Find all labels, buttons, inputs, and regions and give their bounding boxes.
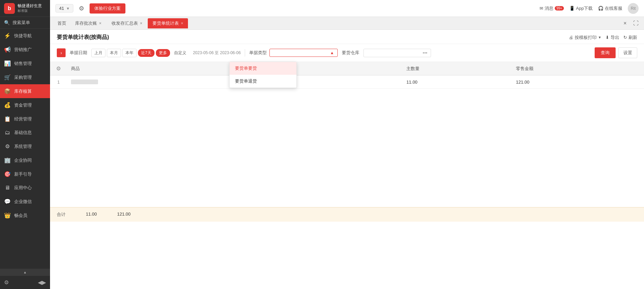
sidebar-item-enterprise[interactable]: 🏢 企业协同 bbox=[0, 153, 50, 167]
trial-button[interactable]: 体验行业方案 bbox=[90, 3, 125, 14]
sidebar: b 畅捷通好生意 标准版 🔍 搜索菜单 ⚡ 快捷导航 📢 营销推广 📊 销售管理… bbox=[0, 0, 50, 289]
sidebar-item-sales[interactable]: 📊 销售管理 bbox=[0, 57, 50, 70]
table-settings-icon[interactable]: ⚙ bbox=[56, 66, 61, 71]
date-btn-this-month[interactable]: 本月 bbox=[107, 49, 121, 57]
sidebar-item-app-center[interactable]: 🖥 应用中心 bbox=[0, 181, 50, 195]
sidebar-search-label: 搜索菜单 bbox=[13, 20, 30, 26]
sidebar-item-label: 快捷导航 bbox=[14, 33, 32, 39]
sidebar-item-label: 系统管理 bbox=[14, 143, 32, 150]
date-filter-label: 单据日期 bbox=[70, 50, 87, 56]
refresh-action[interactable]: ↻ 刷新 bbox=[623, 35, 637, 41]
phone-icon: 📱 bbox=[569, 6, 575, 11]
query-button[interactable]: 查询 bbox=[595, 47, 616, 58]
date-btn-last-month[interactable]: 上月 bbox=[91, 49, 105, 57]
sidebar-item-label: 畅会员 bbox=[14, 213, 27, 219]
sidebar-footer: ⚙ ◀▶ bbox=[0, 275, 50, 289]
logo-sub: 标准版 bbox=[18, 8, 42, 13]
type-dropdown: 要货单要货 要货单退货 bbox=[229, 62, 297, 88]
avatar-text: Rit bbox=[631, 6, 636, 11]
content-area: 要货单统计表(按商品) 🖨 按模板打印 ▼ ⬇ 导出 ↻ 刷新 bbox=[50, 30, 644, 289]
topbar-gear-icon[interactable]: ⚙ bbox=[77, 3, 86, 14]
store-selector[interactable]: 41 ▼ bbox=[55, 4, 73, 13]
sidebar-item-member[interactable]: 👑 畅会员 bbox=[0, 208, 50, 222]
date-custom-btn[interactable]: 自定义 bbox=[171, 49, 189, 57]
enterprise-icon: 🏢 bbox=[4, 157, 11, 163]
sidebar-item-label: 销售管理 bbox=[14, 61, 32, 67]
export-action[interactable]: ⬇ 导出 bbox=[605, 35, 619, 41]
settings-button[interactable]: 设置 bbox=[618, 47, 637, 58]
app-download-label: App下载 bbox=[576, 5, 593, 12]
sidebar-item-system[interactable]: ⚙ 系统管理 bbox=[0, 139, 50, 153]
tab-close-all-icon[interactable]: × bbox=[621, 19, 629, 27]
sidebar-item-marketing[interactable]: 📢 营销推广 bbox=[0, 43, 50, 57]
sidebar-item-label: 资金管理 bbox=[14, 102, 32, 108]
tabs-bar: 首页 库存批次账 × 收发存汇总表 × 要货单统计表 × × ⛶ bbox=[50, 17, 644, 30]
sidebar-item-inventory[interactable]: 📦 库存核算 bbox=[0, 84, 50, 98]
empty-space bbox=[50, 89, 644, 207]
tab-close-icon[interactable]: × bbox=[99, 21, 101, 26]
summary-label: 合计 bbox=[57, 212, 66, 218]
print-action[interactable]: 🖨 按模板打印 ▼ bbox=[569, 35, 601, 41]
tab-home[interactable]: 首页 bbox=[54, 18, 70, 28]
date-filter-group: 上月 本月 本年 近7天 更多 自定义 bbox=[91, 49, 189, 57]
date-btn-more[interactable]: 更多 bbox=[156, 49, 170, 57]
filter-expand-button[interactable]: › bbox=[57, 48, 66, 57]
date-range-display: 2023-05-06 至 2023-06-06 bbox=[193, 50, 241, 56]
refresh-icon: ↻ bbox=[623, 35, 627, 40]
online-service-item[interactable]: 🎧 在线客服 bbox=[598, 5, 622, 12]
sidebar-item-label: 新手引导 bbox=[14, 171, 32, 177]
sidebar-item-quick-nav[interactable]: ⚡ 快捷导航 bbox=[0, 29, 50, 43]
logo-name: 畅捷通好生意 bbox=[18, 3, 42, 9]
col-quantity: 主数量 bbox=[402, 62, 512, 75]
message-item[interactable]: ✉ 消息 99+ bbox=[540, 5, 564, 12]
user-avatar[interactable]: Rit bbox=[628, 3, 639, 14]
tab-expand-icon[interactable]: ⛶ bbox=[632, 19, 640, 27]
data-table: ⚙ 商品 主计量单位 主数量 零售金额 bbox=[50, 62, 644, 89]
purchase-icon: 🛒 bbox=[4, 74, 11, 81]
sidebar-item-purchase[interactable]: 🛒 采购管理 bbox=[0, 70, 50, 84]
topbar-right: ✉ 消息 99+ 📱 App下载 🎧 在线客服 Rit bbox=[540, 3, 639, 14]
sidebar-item-wechat[interactable]: 💬 企业微信 bbox=[0, 195, 50, 208]
sidebar-item-label: 营销推广 bbox=[14, 47, 32, 53]
date-btn-this-year[interactable]: 本年 bbox=[122, 49, 137, 57]
tab-receive-send[interactable]: 收发存汇总表 × bbox=[107, 18, 147, 28]
tab-batch-account[interactable]: 库存批次账 × bbox=[70, 18, 106, 28]
type-select-arrow-icon: ▲ bbox=[330, 50, 334, 55]
type-select[interactable]: ▲ bbox=[269, 49, 338, 57]
sidebar-item-label: 企业协同 bbox=[14, 157, 32, 163]
warehouse-input[interactable]: ••• bbox=[363, 49, 431, 57]
app-center-icon: 🖥 bbox=[4, 185, 11, 191]
tab-close-icon[interactable]: × bbox=[181, 21, 183, 26]
type-filter-group: 单据类型 ▲ bbox=[249, 49, 338, 57]
app-download-item[interactable]: 📱 App下载 bbox=[569, 5, 593, 12]
cell-amount: 121.00 bbox=[512, 75, 644, 89]
sidebar-scroll-up[interactable]: ▲ bbox=[0, 269, 50, 275]
sidebar-item-operation[interactable]: 📋 经营管理 bbox=[0, 112, 50, 126]
date-btn-7days[interactable]: 近7天 bbox=[138, 49, 154, 57]
sidebar-item-basic-info[interactable]: 🗂 基础信息 bbox=[0, 126, 50, 139]
collapse-icon[interactable]: ◀▶ bbox=[38, 279, 46, 286]
print-dropdown-icon: ▼ bbox=[598, 36, 601, 39]
store-number: 41 bbox=[59, 6, 64, 11]
dropdown-item-order-goods[interactable]: 要货单要货 bbox=[230, 62, 296, 75]
table-header-row: ⚙ 商品 主计量单位 主数量 零售金额 bbox=[50, 62, 644, 75]
table-footer: 合计 11.00 121.00 bbox=[50, 207, 644, 222]
settings-footer-icon[interactable]: ⚙ bbox=[4, 279, 9, 286]
sidebar-item-label: 经营管理 bbox=[14, 116, 32, 122]
sidebar-item-guide[interactable]: 🎯 新手引导 bbox=[0, 167, 50, 181]
marketing-icon: 📢 bbox=[4, 46, 11, 53]
dropdown-item-order-return[interactable]: 要货单退货 bbox=[230, 75, 296, 88]
tab-order-summary[interactable]: 要货单统计表 × bbox=[148, 18, 188, 28]
refresh-label: 刷新 bbox=[628, 35, 637, 41]
sidebar-search[interactable]: 🔍 搜索菜单 bbox=[0, 17, 50, 29]
col-amount: 零售金额 bbox=[512, 62, 644, 75]
table-container: ⚙ 商品 主计量单位 主数量 零售金额 bbox=[50, 62, 644, 89]
sidebar-item-finance[interactable]: 💰 资金管理 bbox=[0, 98, 50, 112]
guide-icon: 🎯 bbox=[4, 171, 11, 177]
warehouse-dots-icon[interactable]: ••• bbox=[423, 50, 427, 55]
expand-arrow-icon: › bbox=[61, 50, 62, 55]
cell-quantity: 11.00 bbox=[402, 75, 512, 89]
tabs-right-actions: × ⛶ bbox=[621, 19, 640, 27]
sidebar-logo: b 畅捷通好生意 标准版 bbox=[0, 0, 50, 17]
tab-close-icon[interactable]: × bbox=[140, 21, 142, 26]
